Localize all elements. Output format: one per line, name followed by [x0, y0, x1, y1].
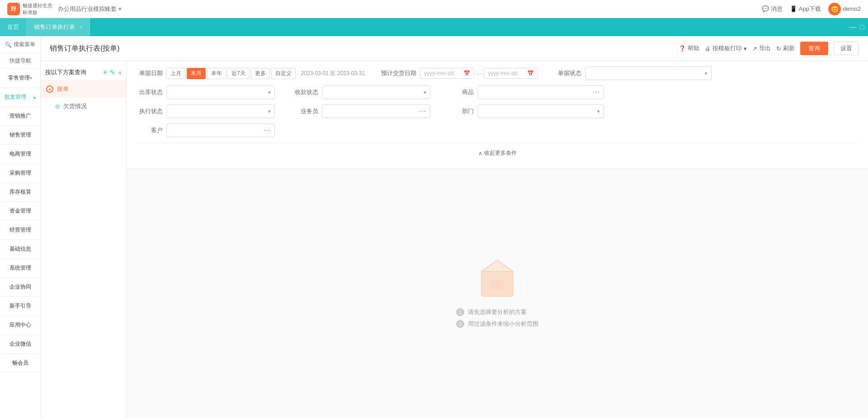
sidebar-item-basic[interactable]: 基础信息: [0, 240, 40, 259]
refresh-icon: ↻: [776, 45, 781, 52]
exec-status-select[interactable]: ▾: [166, 104, 275, 118]
page-header: 销售订单执行表(按单) ❓ 帮助 🖨 按模板打印 ▾ ↗ 导出 ↻ 刷新: [41, 36, 868, 61]
header-right: 💬 消息 📱 App下载 😊 demo2: [762, 3, 861, 15]
tab-maximize-btn[interactable]: □: [860, 23, 864, 31]
date-btn-custom[interactable]: 自定义: [271, 68, 296, 79]
logo-text: 畅捷通好生意 标准版: [23, 2, 52, 15]
sidebar-item-operation[interactable]: 经营管理: [0, 221, 40, 240]
empty-state-icon: [475, 256, 520, 301]
status-chevron-icon: ▾: [705, 71, 708, 76]
filter-row-3: 执行状态 ▾ 业务员 ···: [136, 104, 859, 118]
sidebar-item-finance[interactable]: 资金管理: [0, 202, 40, 221]
empty-steps-list: 1 请先选择要分析的方案 2 用过滤条件来缩小分析范围: [456, 308, 538, 332]
page-actions: ❓ 帮助 🖨 按模板打印 ▾ ↗ 导出 ↻ 刷新 查询 设置: [679, 42, 859, 55]
sidebar-item-wechat[interactable]: 企业微信: [0, 335, 40, 354]
goods-ellipsis[interactable]: ···: [593, 88, 600, 96]
dept-chevron: ▾: [597, 109, 600, 114]
sidebar-search[interactable]: 🔍 搜索菜单: [0, 36, 40, 53]
help-btn[interactable]: ❓ 帮助: [679, 44, 699, 52]
collapse-row: ∧ 收起更多条件: [136, 142, 859, 163]
calendar-icon-start: 📅: [463, 70, 470, 76]
goods-input[interactable]: ···: [477, 86, 604, 99]
user-avatar-area[interactable]: 😊 demo2: [828, 3, 861, 15]
scheme-header: 按以下方案查询 + ✎ «: [41, 65, 126, 81]
sidebar-item-wholesale[interactable]: 批发管理 ▴: [0, 88, 40, 107]
date-btn-last-month[interactable]: 上月: [166, 68, 185, 79]
step1-number: 1: [456, 308, 464, 316]
app-download-btn[interactable]: 📱 App下载: [790, 5, 821, 13]
salesperson-filter: 业务员 ···: [291, 104, 430, 118]
settings-btn[interactable]: 设置: [834, 42, 859, 55]
refresh-btn[interactable]: ↻ 刷新: [776, 44, 795, 52]
date-btn-this-year[interactable]: 本年: [207, 68, 226, 79]
expected-date-range: yyyy-mm-dd 📅 — yyyy-mm-dd 📅: [420, 68, 538, 79]
top-header: 好 畅捷通好生意 标准版 办公用品行业模拟账套 ▾ 💬 消息 📱 App下载 😊…: [0, 0, 868, 18]
sidebar-item-guide[interactable]: 新手引导: [0, 297, 40, 316]
sidebar-item-retail[interactable]: 零售管理 ▾: [0, 69, 40, 88]
tab-bar-right: — □: [849, 18, 868, 36]
logo-area: 好 畅捷通好生意 标准版: [7, 2, 52, 15]
logo-icon: 好: [7, 3, 20, 15]
customer-ellipsis[interactable]: ···: [264, 126, 271, 134]
message-icon: 💬: [762, 5, 769, 12]
sub-item-icon: ◎: [55, 103, 60, 109]
expected-date-start[interactable]: yyyy-mm-dd 📅: [420, 68, 474, 79]
scheme-sub-item[interactable]: ◎ 欠货情况: [41, 98, 126, 115]
svg-marker-1: [481, 260, 513, 271]
dept-select[interactable]: ▾: [477, 104, 604, 118]
header-dropdown-icon[interactable]: ▾: [118, 5, 122, 12]
print-dropdown-icon: ▾: [744, 45, 747, 52]
scheme-add-btn[interactable]: +: [103, 68, 107, 76]
tab-close-icon[interactable]: ×: [80, 24, 82, 30]
goods-filter: 商品 ···: [447, 86, 859, 99]
receipt-status-filter: 收款状态 ▾: [291, 86, 430, 99]
sidebar-item-system[interactable]: 系统管理: [0, 259, 40, 278]
receipt-chevron: ▾: [424, 90, 426, 95]
scheme-item-active[interactable]: ● 按单: [41, 81, 126, 98]
customer-input[interactable]: ···: [166, 124, 275, 137]
query-btn[interactable]: 查询: [800, 42, 828, 55]
sidebar: 🔍 搜索菜单 快捷导航 零售管理 ▾ 批发管理 ▴ 营销推广 销售管理 电商管理…: [0, 36, 41, 418]
salesperson-input[interactable]: ···: [322, 104, 430, 118]
date-btn-7days[interactable]: 近7天: [227, 68, 250, 79]
date-btn-more[interactable]: 更多: [251, 68, 270, 79]
content-area: 销售订单执行表(按单) ❓ 帮助 🖨 按模板打印 ▾ ↗ 导出 ↻ 刷新: [41, 36, 868, 418]
step2-number: 2: [456, 320, 464, 328]
sidebar-item-appstore[interactable]: 应用中心: [0, 316, 40, 335]
app-download-icon: 📱: [790, 5, 797, 12]
sidebar-quick-nav[interactable]: 快捷导航: [0, 53, 40, 69]
status-filter: 单据状态 ▾: [554, 66, 859, 80]
tab-minimize-btn[interactable]: —: [849, 23, 856, 31]
scheme-collapse-btn[interactable]: «: [118, 69, 122, 76]
receipt-status-select[interactable]: ▾: [322, 86, 430, 99]
sidebar-item-member[interactable]: 畅会员: [0, 354, 40, 373]
content-body: 按以下方案查询 + ✎ « ● 按单 ◎ 欠货情况: [41, 61, 868, 418]
sidebar-item-sales[interactable]: 销售管理: [0, 126, 40, 145]
expected-date-filter: 预计交货日期 yyyy-mm-dd 📅 — yyyy-mm-dd 📅: [381, 68, 538, 79]
expected-date-end[interactable]: yyyy-mm-dd 📅: [484, 68, 538, 79]
header-title[interactable]: 办公用品行业模拟账套 ▾: [58, 5, 122, 13]
date-btn-this-month[interactable]: 本月: [187, 68, 206, 79]
help-icon: ❓: [679, 45, 686, 52]
collapse-more-btn[interactable]: ∧ 收起更多条件: [475, 146, 520, 161]
export-btn[interactable]: ↗ 导出: [752, 44, 771, 52]
scheme-edit-btn[interactable]: ✎: [110, 69, 115, 76]
page-title: 销售订单执行表(按单): [50, 44, 120, 53]
step1-text: 请先选择要分析的方案: [468, 308, 527, 316]
sidebar-item-ecommerce[interactable]: 电商管理: [0, 145, 40, 164]
print-btn[interactable]: 🖨 按模板打印 ▾: [705, 44, 747, 52]
tab-home[interactable]: 首页: [0, 18, 27, 36]
date-range-text: 2023-03-01 至 2023-03-31: [301, 70, 365, 77]
step2-text: 用过滤条件来缩小分析范围: [468, 320, 538, 328]
sidebar-item-purchase[interactable]: 采购管理: [0, 164, 40, 183]
out-status-select[interactable]: ▾: [166, 86, 275, 99]
customer-filter: 客户 ···: [136, 124, 275, 137]
message-btn[interactable]: 💬 消息: [762, 5, 783, 13]
sidebar-item-marketing[interactable]: 营销推广: [0, 107, 40, 126]
sidebar-item-enterprise[interactable]: 企业协同: [0, 278, 40, 297]
salesperson-ellipsis[interactable]: ···: [419, 107, 426, 115]
tab-sales-order[interactable]: 销售订单执行表 ×: [27, 18, 90, 36]
status-select[interactable]: ▾: [585, 66, 712, 80]
sidebar-item-inventory[interactable]: 库存核算: [0, 183, 40, 202]
date-buttons: 上月 本月 本年 近7天 更多 自定义: [166, 68, 296, 79]
